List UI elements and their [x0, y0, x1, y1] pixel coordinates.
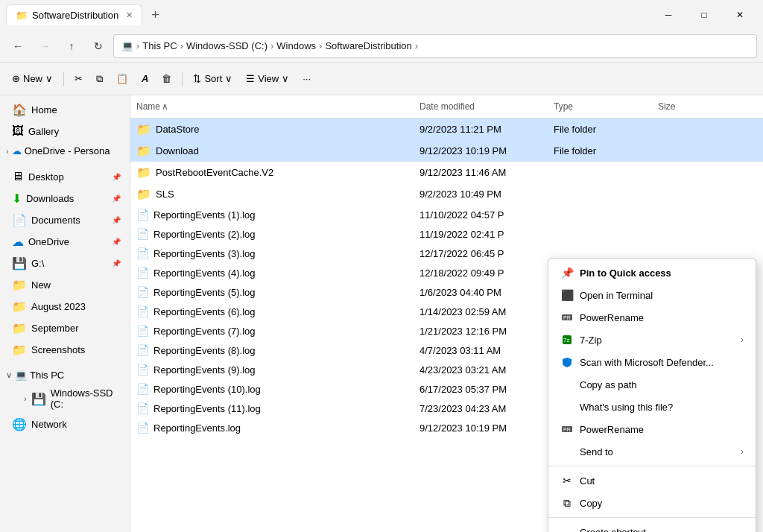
up-button[interactable]: ↑: [60, 34, 83, 58]
sort-button[interactable]: ⇅ Sort ∨: [187, 67, 238, 91]
pin-icon-g: 📌: [112, 259, 121, 267]
file-type: [548, 213, 652, 216]
table-row[interactable]: 📄 ReportingEvents (1).log 11/10/2022 04:…: [130, 205, 763, 224]
col-header-size[interactable]: Size: [652, 98, 712, 115]
ctx-sendto[interactable]: Send to ›: [548, 440, 756, 463]
thispc-expander[interactable]: ∨: [6, 370, 12, 380]
sidebar-item-desktop[interactable]: 🖥 Desktop 📌: [3, 166, 127, 187]
ctx-powerrename2[interactable]: PR PowerRename: [548, 418, 756, 440]
sidebar-thispc-label: This PC: [30, 370, 64, 381]
cut-button[interactable]: ✂: [69, 67, 89, 91]
sidebar-item-g[interactable]: 💾 G:\ 📌: [3, 253, 127, 273]
maximize-button[interactable]: □: [687, 4, 721, 26]
ctx-shortcut[interactable]: Create shortcut: [548, 521, 756, 532]
col-header-name[interactable]: Name ∧: [130, 98, 414, 115]
table-row[interactable]: 📁 Download 9/12/2023 10:19 PM File folde…: [130, 140, 763, 162]
file-name: ReportingEvents.log: [153, 422, 241, 434]
sidebar-home-label: Home: [31, 104, 57, 115]
back-button[interactable]: ←: [6, 34, 30, 58]
ctx-7zip-label: 7-Zip: [580, 335, 735, 346]
sidebar-item-home[interactable]: 🏠 Home: [3, 99, 127, 120]
defender-ctx-icon: [560, 355, 574, 369]
sidebar-item-onedrive-folder[interactable]: ☁ OneDrive 📌: [3, 231, 127, 252]
new-tab-button[interactable]: +: [151, 7, 159, 23]
view-button[interactable]: ☰ View ∨: [240, 67, 295, 91]
file-date: 9/12/2023 10:19 PM: [414, 421, 548, 435]
sendto-arrow: ›: [741, 446, 744, 457]
col-header-date[interactable]: Date modified: [414, 98, 548, 115]
paste-button[interactable]: 📋: [110, 67, 134, 91]
sidebar-item-september[interactable]: 📁 September: [3, 317, 127, 338]
refresh-button[interactable]: ↻: [86, 34, 110, 58]
breadcrumb-drive[interactable]: Windows-SSD (C:): [186, 40, 267, 51]
breadcrumb-windows[interactable]: Windows: [276, 40, 316, 51]
file-date: 6/17/2023 05:37 PM: [414, 382, 548, 396]
file-size: [652, 232, 712, 235]
ctx-using[interactable]: What's using this file?: [548, 396, 756, 418]
sidebar-gallery-label: Gallery: [28, 126, 59, 137]
folder-icon: 📁: [136, 187, 151, 201]
new-button[interactable]: ⊕ New ∨: [6, 67, 59, 91]
file-name: ReportingEvents (9).log: [153, 364, 256, 376]
ctx-powerrename1[interactable]: PR PowerRename: [548, 306, 756, 329]
table-row[interactable]: 📁 PostRebootEventCache.V2 9/12/2023 11:4…: [130, 162, 763, 183]
sidebar-item-new[interactable]: 📁 New: [3, 274, 127, 295]
ctx-terminal[interactable]: ⬛ Open in Terminal: [548, 284, 756, 306]
sidebar-desktop-label: Desktop: [28, 171, 64, 183]
doc-icon: 📄: [136, 305, 149, 317]
table-row[interactable]: 📄 ReportingEvents (2).log 11/19/2022 02:…: [130, 224, 763, 244]
title-tab[interactable]: 📁 SoftwareDistribution ✕: [6, 4, 142, 25]
sort-label: Sort: [204, 73, 222, 84]
doc-icon: 📄: [136, 402, 149, 414]
sidebar-item-windows-ssd[interactable]: › 💾 Windows-SSD (C:: [3, 384, 127, 413]
sidebar-new-label: New: [31, 279, 51, 291]
ctx-defender[interactable]: Scan with Microsoft Defender...: [548, 351, 756, 373]
ssd-expander[interactable]: ›: [24, 394, 27, 403]
sidebar-item-thispc[interactable]: ∨ 💻 This PC: [0, 367, 130, 384]
ctx-7zip[interactable]: 7z 7-Zip ›: [548, 329, 756, 351]
sidebar-item-screenshots[interactable]: 📁 Screenshots: [3, 339, 127, 360]
rename-icon: A: [142, 73, 148, 84]
screenshots-folder-icon: 📁: [12, 343, 27, 357]
ctx-cut[interactable]: ✂ Cut: [548, 469, 756, 492]
table-row[interactable]: 📁 DataStore 9/2/2023 11:21 PM File folde…: [130, 118, 763, 140]
ctx-pin[interactable]: 📌 Pin to Quick access: [548, 262, 756, 284]
sendto-ctx-icon: [560, 445, 574, 458]
sidebar-documents-label: Documents: [31, 215, 80, 226]
col-header-type[interactable]: Type: [548, 98, 652, 115]
breadcrumb[interactable]: 💻 › This PC › Windows-SSD (C:) › Windows…: [113, 34, 757, 58]
tab-title: SoftwareDistribution: [32, 10, 118, 21]
copy-button[interactable]: ⧉: [90, 67, 109, 91]
close-window-button[interactable]: ✕: [723, 4, 757, 26]
ctx-terminal-label: Open in Terminal: [580, 290, 744, 301]
delete-button[interactable]: 🗑: [156, 67, 177, 91]
sidebar-item-documents[interactable]: 📄 Documents 📌: [3, 209, 127, 230]
sidebar-item-onedrive[interactable]: › ☁ OneDrive - Persona: [0, 142, 130, 159]
sidebar-onedrive-label: OneDrive - Persona: [25, 145, 110, 156]
ctx-copypath[interactable]: Copy as path: [548, 373, 756, 396]
sidebar-item-gallery[interactable]: 🖼 Gallery: [3, 121, 127, 142]
doc-icon: 📄: [136, 228, 149, 240]
toolbar: ⊕ New ∨ ✂ ⧉ 📋 A 🗑 ⇅ Sort ∨ ☰ View ∨ ···: [0, 63, 763, 95]
forward-button[interactable]: →: [33, 34, 57, 58]
more-button[interactable]: ···: [297, 67, 317, 91]
cut-ctx-icon: ✂: [560, 474, 574, 487]
file-type: [548, 252, 652, 255]
file-type: [548, 171, 652, 174]
breadcrumb-thispc[interactable]: This PC: [142, 40, 177, 51]
rename-button[interactable]: A: [136, 67, 154, 91]
separator1: [63, 72, 64, 86]
minimize-button[interactable]: ─: [651, 4, 686, 26]
sidebar-item-august[interactable]: 📁 August 2023: [3, 296, 127, 317]
file-size: [652, 193, 712, 196]
sort-icon: ⇅: [193, 73, 201, 84]
table-row[interactable]: 📁 SLS 9/2/2023 10:49 PM: [130, 183, 763, 205]
doc-icon: 📄: [136, 422, 149, 434]
file-name: ReportingEvents (5).log: [153, 287, 256, 298]
tab-close-button[interactable]: ✕: [126, 10, 133, 20]
title-bar: 📁 SoftwareDistribution ✕ + ─ □ ✕: [0, 0, 763, 30]
sidebar-item-downloads[interactable]: ⬇ Downloads 📌: [3, 188, 127, 209]
sidebar-item-network[interactable]: 🌐 Network: [3, 414, 127, 434]
breadcrumb-folder[interactable]: SoftwareDistribution: [325, 40, 411, 51]
ctx-copy[interactable]: ⧉ Copy: [548, 492, 756, 514]
